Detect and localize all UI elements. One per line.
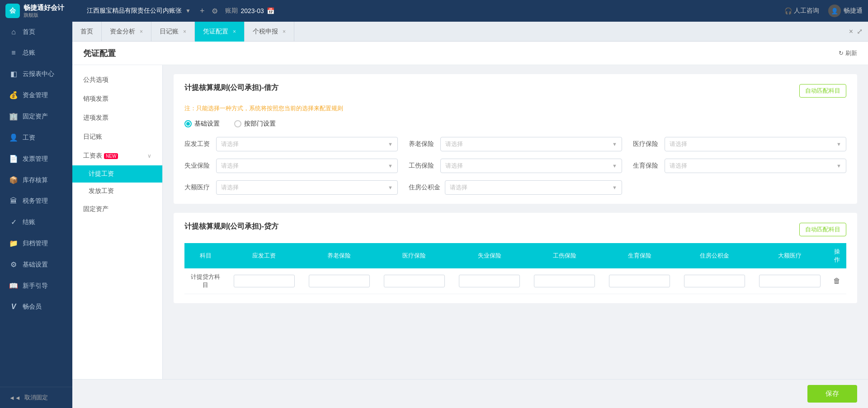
housing-fund-select[interactable]: 请选择 ▼: [445, 180, 622, 195]
row-medical-input-cell: [377, 268, 452, 294]
row-gross-input[interactable]: [234, 275, 295, 287]
period-selector[interactable]: 账期 2023-03 📅: [225, 7, 274, 15]
unemployment-arrow: ▼: [388, 163, 393, 169]
sidebar-item-inventory[interactable]: 📦 库存核算: [0, 169, 72, 191]
tab-funds-close[interactable]: ×: [140, 28, 143, 35]
assets-icon: 🏢: [9, 112, 18, 121]
gross-salary-arrow: ▼: [388, 141, 393, 147]
row-unemployment-input[interactable]: [459, 275, 520, 287]
inventory-icon: 📦: [9, 176, 18, 184]
tab-voucher-close[interactable]: ×: [233, 28, 236, 35]
radio-row: 基础设置 按部门设置: [184, 120, 846, 128]
col-housing: 住房公积金: [677, 243, 752, 268]
close-all-icon[interactable]: ×: [849, 28, 853, 36]
tab-voucher-config[interactable]: 凭证配置 ×: [195, 22, 245, 42]
sidebar-item-funds[interactable]: 💰 资金管理: [0, 84, 72, 106]
sub-item-payroll-table[interactable]: 工资表NEW ∨: [72, 146, 162, 165]
sidebar-item-guide[interactable]: 📖 新手引导: [0, 275, 72, 296]
row-medical-input[interactable]: [384, 275, 445, 287]
row-housing-input-cell: [677, 268, 752, 294]
tab-home[interactable]: 首页: [72, 22, 102, 42]
col-action: 操作: [827, 243, 846, 268]
company-selector[interactable]: 江西服宝精品有限责任公司内账张 ▼: [87, 7, 191, 15]
sidebar-label-ledger: 总账: [23, 49, 35, 57]
workinjury-placeholder: 请选择: [445, 162, 463, 170]
service-btn[interactable]: 🎧 人工咨询: [784, 7, 819, 15]
credit-section-header: 计提核算规则(公司承担)-贷方 自动匹配科目: [184, 222, 846, 237]
workinjury-select[interactable]: 请选择 ▼: [440, 159, 622, 173]
sidebar-item-basic[interactable]: ⚙ 基础设置: [0, 254, 72, 275]
unpin-label: 取消固定: [24, 394, 48, 402]
workinjury-label: 工伤保险: [409, 162, 436, 170]
sidebar-item-assets[interactable]: 🏢 固定资产: [0, 106, 72, 127]
col-workinjury: 工伤保险: [527, 243, 602, 268]
sidebar-item-ledger[interactable]: ≡ 总账: [0, 42, 72, 63]
sub-item-purchase-invoice[interactable]: 进项发票: [72, 108, 162, 127]
sidebar-label-assets: 固定资产: [23, 113, 48, 121]
sidebar-item-close[interactable]: ✓ 结账: [0, 211, 72, 233]
refresh-label: 刷新: [845, 49, 857, 57]
radio-dept[interactable]: 按部门设置: [234, 120, 276, 128]
row-housing-input[interactable]: [684, 275, 745, 287]
sidebar-item-salary[interactable]: 👤 工资: [0, 127, 72, 148]
refresh-icon: ↻: [839, 50, 844, 56]
add-button[interactable]: +: [200, 6, 205, 16]
sidebar-item-invoice[interactable]: 📄 发票管理: [0, 148, 72, 169]
delete-row-button[interactable]: 🗑: [833, 277, 840, 285]
tab-right-buttons: × ⤢: [849, 27, 868, 36]
user-name: 畅捷通: [844, 7, 863, 15]
page-title: 凭证配置: [83, 48, 116, 59]
tab-journal[interactable]: 日记账 ×: [151, 22, 195, 42]
row-maternity-input[interactable]: [609, 275, 670, 287]
save-button[interactable]: 保存: [807, 385, 857, 403]
archive-icon: 📁: [9, 239, 18, 248]
sidebar-label-reports: 云报表中心: [23, 70, 54, 78]
radio-dept-circle: [234, 120, 241, 127]
refresh-button[interactable]: ↻ 刷新: [839, 49, 857, 57]
maternity-select[interactable]: 请选择 ▼: [665, 159, 846, 173]
pension-select[interactable]: 请选择 ▼: [440, 137, 622, 151]
row-workinjury-input[interactable]: [534, 275, 595, 287]
sub-item-issue-salary[interactable]: 发放工资: [72, 183, 162, 200]
user-area[interactable]: 👤 畅捷通: [828, 5, 863, 17]
payroll-table-label: 工资表NEW: [83, 152, 118, 160]
sub-item-sales-invoice[interactable]: 销项发票: [72, 89, 162, 108]
sub-item-fixed-assets[interactable]: 固定资产: [72, 200, 162, 219]
sidebar-label-salary: 工资: [23, 134, 35, 142]
workinjury-arrow: ▼: [612, 163, 617, 169]
gross-salary-select[interactable]: 请选择 ▼: [216, 137, 398, 151]
radio-basic-circle: [184, 120, 192, 127]
unemployment-select[interactable]: 请选择 ▼: [216, 159, 398, 173]
housing-fund-placeholder: 请选择: [450, 183, 467, 192]
header-right: 🎧 人工咨询 👤 畅捷通: [784, 5, 863, 17]
col-critical: 大额医疗: [752, 243, 827, 268]
row-critical-input[interactable]: [759, 275, 820, 287]
row-pension-input[interactable]: [309, 275, 370, 287]
sidebar-item-reports[interactable]: ◧ 云报表中心: [0, 63, 72, 84]
sub-item-journal[interactable]: 日记账: [72, 127, 162, 146]
tab-tax-report[interactable]: 个税申报 ×: [245, 22, 294, 42]
sidebar-label-vip: 畅会员: [23, 303, 42, 311]
unpin-button[interactable]: ◄◄ 取消固定: [0, 387, 72, 408]
tab-funds-analysis[interactable]: 资金分析 ×: [102, 22, 151, 42]
credit-auto-match-button[interactable]: 自动匹配科目: [799, 223, 846, 236]
medical-label: 医疗保险: [633, 140, 660, 148]
tab-journal-close[interactable]: ×: [183, 28, 186, 35]
debit-auto-match-button[interactable]: 自动匹配科目: [799, 84, 846, 98]
expand-icon[interactable]: ⤢: [857, 27, 863, 36]
col-pension: 养老保险: [302, 243, 377, 268]
medical-select[interactable]: 请选择 ▼: [665, 137, 846, 151]
sidebar-item-vip[interactable]: V 畅会员: [0, 296, 72, 317]
col-medical: 医疗保险: [377, 243, 452, 268]
inner-layout: 公共选项 销项发票 进项发票 日记账 工资表NEW ∨ 计提工资 发放工资 固定…: [72, 65, 868, 379]
sidebar-item-archive[interactable]: 📁 归档管理: [0, 233, 72, 254]
sidebar-item-home[interactable]: ⌂ 首页: [0, 22, 72, 42]
maternity-arrow: ▼: [836, 163, 841, 169]
tab-tax-close[interactable]: ×: [283, 28, 286, 35]
settings-icon[interactable]: ⚙: [212, 7, 218, 15]
sub-item-public[interactable]: 公共选项: [72, 70, 162, 89]
sub-item-accrue-salary[interactable]: 计提工资: [72, 165, 162, 183]
critical-illness-select[interactable]: 请选择 ▼: [216, 180, 398, 195]
sidebar-item-tax[interactable]: 🏛 税务管理: [0, 191, 72, 211]
radio-basic[interactable]: 基础设置: [184, 120, 220, 128]
